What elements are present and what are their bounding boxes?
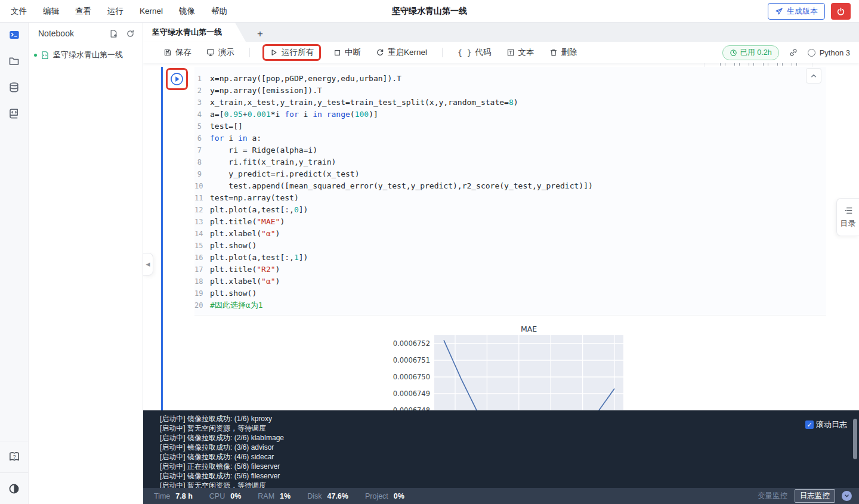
code-line: 13plt.title("MAE") bbox=[194, 216, 826, 228]
menu-item-4[interactable]: 运行 bbox=[107, 6, 123, 17]
log-line: [启动中] 暂无空闲资源，等待调度 bbox=[160, 423, 859, 433]
scroll-log-label: 滚动日志 bbox=[816, 419, 847, 430]
run-cell-button[interactable] bbox=[169, 72, 184, 86]
log-line: [启动中] 镜像拉取成功: (5/6) fileserver bbox=[160, 471, 859, 481]
line-number: 9 bbox=[194, 168, 210, 180]
code-line: 2y=np.array([emission]).T bbox=[194, 85, 826, 97]
code-line: 8 ri.fit(x_train,y_train) bbox=[194, 156, 826, 168]
code-line: 6for i in a: bbox=[194, 132, 826, 144]
add-text-cell-button[interactable]: 文本 bbox=[506, 47, 534, 58]
notebook-file-label: 坚守绿水青山第一线 bbox=[53, 50, 123, 60]
line-number: 2 bbox=[194, 85, 210, 97]
refresh-icon[interactable] bbox=[126, 29, 135, 38]
monitor-tab-active[interactable]: 日志监控 bbox=[795, 489, 835, 503]
menu-item-5[interactable]: Kernel bbox=[140, 7, 163, 16]
collapse-cell-button[interactable] bbox=[806, 68, 821, 84]
collapse-sidebar-handle[interactable]: ◀ bbox=[143, 253, 153, 276]
kernel-selector[interactable]: Python 3 bbox=[808, 48, 850, 57]
code-editor[interactable]: 1x=np.array([pop,pGDP,energy,edu,urban])… bbox=[194, 67, 826, 316]
svg-text:0.0006751: 0.0006751 bbox=[393, 356, 430, 364]
toc-tab[interactable]: 目录 bbox=[836, 198, 859, 236]
line-number: 13 bbox=[194, 216, 210, 228]
line-number: 16 bbox=[194, 252, 210, 264]
cell-toolbar-icon[interactable] bbox=[763, 63, 768, 66]
restart-kernel-button[interactable]: 重启Kernel bbox=[376, 47, 427, 58]
status-item-time: Time7.8 h bbox=[154, 492, 193, 500]
activity-rail: ? bbox=[0, 23, 29, 504]
log-panel: [启动中] 镜像拉取成功: (1/6) kproxy[启动中] 暂无空闲资源，等… bbox=[143, 410, 859, 488]
add-tab-button[interactable]: + bbox=[254, 29, 266, 39]
code-line: 1x=np.array([pop,pGDP,energy,edu,urban])… bbox=[194, 73, 826, 85]
checkbox-checked-icon[interactable]: ✓ bbox=[805, 420, 814, 429]
code-text: plt.xlabel("α") bbox=[210, 228, 280, 240]
run-all-annotation-box: 运行所有 bbox=[262, 44, 321, 61]
new-notebook-icon[interactable] bbox=[109, 29, 118, 38]
clock-icon bbox=[730, 49, 737, 57]
menu-item-6[interactable]: 镜像 bbox=[179, 6, 195, 17]
notebook-panel-icon[interactable] bbox=[8, 29, 20, 41]
add-code-cell-button[interactable]: { } 代码 bbox=[458, 47, 491, 58]
cell-toolbar-icon[interactable] bbox=[792, 63, 797, 66]
menu-item-2[interactable]: 编辑 bbox=[43, 6, 59, 17]
present-button[interactable]: 演示 bbox=[206, 47, 234, 58]
theme-toggle-icon[interactable] bbox=[8, 483, 20, 494]
line-number: 7 bbox=[194, 144, 210, 156]
generate-version-button[interactable]: 生成版本 bbox=[768, 3, 825, 20]
cell-toolbar-icon[interactable] bbox=[734, 63, 740, 66]
cell-toolbar-icon[interactable] bbox=[749, 63, 754, 66]
run-all-button[interactable]: 运行所有 bbox=[270, 47, 314, 58]
code-text: plt.title("R2") bbox=[210, 264, 280, 276]
tab-notebook[interactable]: 坚守绿水青山第一线 bbox=[143, 23, 246, 42]
toc-icon bbox=[843, 206, 853, 215]
help-docs-icon[interactable]: ? bbox=[8, 451, 20, 463]
header-actions: 生成版本 bbox=[768, 3, 851, 20]
shutdown-button[interactable] bbox=[831, 3, 851, 20]
menu-item-7[interactable]: 帮助 bbox=[211, 6, 227, 17]
link-icon[interactable] bbox=[789, 48, 798, 57]
save-button[interactable]: 保存 bbox=[163, 47, 191, 58]
toolbar-divider bbox=[249, 48, 250, 57]
text-cell-icon bbox=[506, 48, 515, 57]
scroll-log-toggle[interactable]: ✓ 滚动日志 bbox=[805, 419, 847, 430]
line-number: 10 bbox=[194, 180, 210, 192]
code-braces-icon: { } bbox=[458, 48, 471, 57]
packages-panel-icon[interactable] bbox=[8, 107, 20, 119]
collapse-log-button[interactable] bbox=[842, 491, 852, 501]
delete-cell-button[interactable]: 删除 bbox=[549, 47, 577, 58]
triangle-left-icon: ◀ bbox=[146, 261, 150, 267]
resource-stats: Time7.8 hCPU0%RAM1%Disk47.6%Project0% bbox=[154, 492, 404, 500]
save-icon bbox=[163, 48, 172, 57]
line-number: 12 bbox=[194, 204, 210, 216]
datasets-panel-icon[interactable] bbox=[8, 81, 20, 93]
line-number: 18 bbox=[194, 276, 210, 287]
kernel-name: Python 3 bbox=[820, 48, 850, 57]
page-title: 坚守绿水青山第一线 bbox=[392, 6, 467, 17]
interrupt-button[interactable]: 中断 bbox=[333, 47, 361, 58]
log-line: [启动中] 镜像拉取成功: (2/6) klabImage bbox=[160, 433, 859, 443]
code-text: plt.show() bbox=[210, 287, 257, 299]
sidebar-title: Notebook bbox=[38, 29, 109, 38]
code-text: test=[] bbox=[210, 120, 243, 132]
send-icon bbox=[775, 7, 783, 16]
monitor-tab-inactive[interactable]: 变量监控 bbox=[753, 490, 792, 502]
cell-toolbar-icon[interactable] bbox=[777, 63, 783, 66]
line-number: 3 bbox=[194, 97, 210, 109]
log-scrollbar[interactable] bbox=[853, 419, 857, 459]
code-text: #因此选择α为1 bbox=[210, 299, 262, 311]
code-text: a=[0.95+0.001*i for i in range(100)] bbox=[210, 109, 378, 120]
files-panel-icon[interactable] bbox=[8, 55, 20, 67]
run-icon bbox=[270, 48, 278, 57]
code-text: plt.plot(a,test[:,0]) bbox=[210, 204, 308, 216]
code-line: 9 y_predict=ri.predict(x_test) bbox=[194, 168, 826, 180]
menu-item-3[interactable]: 查看 bbox=[75, 6, 91, 17]
notebook-file-item[interactable]: 坚守绿水青山第一线 bbox=[29, 44, 143, 66]
code-cell: 1x=np.array([pop,pGDP,energy,edu,urban])… bbox=[161, 67, 826, 316]
code-line: 11test=np.array(test) bbox=[194, 192, 826, 204]
cell-toolbar-icon[interactable] bbox=[720, 63, 725, 66]
line-number: 11 bbox=[194, 192, 210, 204]
menu-item-1[interactable]: 文件 bbox=[11, 6, 27, 17]
code-text: test=np.array(test) bbox=[210, 192, 299, 204]
notebook-sidebar: Notebook 坚守绿水青山第一线 bbox=[29, 23, 143, 504]
kernel-status-icon bbox=[808, 49, 815, 57]
svg-text:?: ? bbox=[13, 454, 16, 460]
